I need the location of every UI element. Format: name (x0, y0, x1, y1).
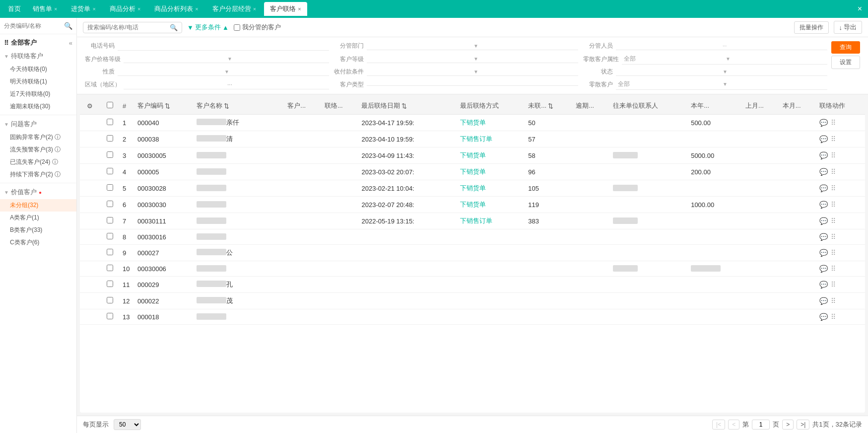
row-checkbox[interactable] (107, 184, 113, 191)
last-contact-link[interactable]: 下销货单 (460, 184, 486, 192)
sidebar-item-abnormal[interactable]: 固购异常客户(2) ⓘ (0, 131, 76, 144)
filter-retail-attr-select[interactable]: 全部 ▼ (622, 54, 827, 65)
message-icon[interactable]: 💬 (819, 313, 828, 321)
message-icon[interactable]: 💬 (819, 249, 828, 257)
cell-checkbox[interactable] (100, 147, 120, 164)
sidebar-item-class-a[interactable]: A类客户(1) (0, 212, 76, 224)
message-icon[interactable]: 💬 (819, 281, 828, 289)
sidebar-item-ungroup[interactable]: 未分组(32) (0, 199, 76, 212)
sidebar-item-tomorrow[interactable]: 明天待联络(1) (0, 75, 76, 88)
cell-checkbox[interactable] (100, 197, 120, 213)
my-customers-checkbox[interactable]: 我分管的客户 (234, 23, 281, 32)
cell-checkbox[interactable] (100, 180, 120, 197)
cell-checkbox[interactable] (100, 245, 120, 261)
grid-action-icon[interactable]: ⠿ (831, 168, 836, 176)
cell-checkbox[interactable] (100, 115, 120, 131)
sidebar-item-7days[interactable]: 近7天待联络(0) (0, 88, 76, 100)
row-checkbox[interactable] (107, 265, 113, 271)
grid-action-icon[interactable]: ⠿ (831, 217, 836, 225)
filter-payment-select[interactable]: ▼ (367, 68, 578, 76)
tab-product-analysis[interactable]: 商品分析 × (104, 2, 146, 16)
home-tab[interactable]: 首页 (4, 4, 25, 13)
grid-action-icon[interactable]: ⠿ (831, 249, 836, 257)
grid-action-icon[interactable]: ⠿ (831, 281, 836, 289)
filter-status-select[interactable]: ▼ (616, 68, 827, 76)
last-contact-link[interactable]: 下销售订单 (460, 135, 492, 143)
last-contact-link[interactable]: 下销货单 (460, 168, 486, 175)
tab-purchase[interactable]: 进货单 × (65, 2, 101, 16)
sidebar-item-overdue[interactable]: 逾期未联络(30) (0, 100, 76, 113)
filter-customer-level-select[interactable]: ▼ (367, 55, 578, 63)
grid-action-icon[interactable]: ⠿ (831, 135, 836, 143)
message-icon[interactable]: 💬 (819, 217, 828, 225)
row-checkbox[interactable] (107, 297, 113, 303)
sidebar-item-declining[interactable]: 持续下滑客户(2) ⓘ (0, 168, 76, 181)
sidebar-group-value[interactable]: ▼ 价值客户 ● (0, 185, 76, 199)
first-page-btn[interactable]: |< (712, 420, 725, 430)
message-icon[interactable]: 💬 (819, 297, 828, 305)
cell-checkbox[interactable] (100, 293, 120, 309)
close-customer-contact-tab[interactable]: × (298, 6, 301, 12)
grid-action-icon[interactable]: ⠿ (831, 151, 836, 159)
tab-customer-layer[interactable]: 客户分层经营 × (206, 2, 262, 16)
row-checkbox[interactable] (107, 168, 113, 174)
last-page-btn[interactable]: >| (797, 420, 809, 430)
sidebar-item-class-b[interactable]: B类客户(33) (0, 224, 76, 236)
row-checkbox[interactable] (107, 151, 113, 158)
col-last-date[interactable]: 最后联络日期⇅ (358, 97, 457, 115)
grid-action-icon[interactable]: ⠿ (831, 201, 836, 209)
tab-sales[interactable]: 销售单 × (27, 2, 63, 16)
row-checkbox[interactable] (107, 249, 113, 255)
close-sales-tab[interactable]: × (54, 6, 57, 12)
sidebar-item-churned[interactable]: 已流失客户(24) ⓘ (0, 156, 76, 168)
grid-action-icon[interactable]: ⠿ (831, 297, 836, 305)
row-checkbox[interactable] (107, 201, 113, 207)
grid-action-icon[interactable]: ⠿ (831, 233, 836, 241)
row-checkbox[interactable] (107, 217, 113, 223)
dots-icon[interactable]: ··· (225, 81, 327, 88)
row-checkbox[interactable] (107, 119, 113, 125)
next-page-btn[interactable]: > (782, 420, 794, 430)
sidebar-item-today[interactable]: 今天待联络(0) (0, 63, 76, 75)
last-contact-link[interactable]: 下销货单 (460, 201, 486, 208)
cell-checkbox[interactable] (100, 277, 120, 293)
query-btn[interactable]: 查询 (831, 41, 860, 54)
sidebar-item-churn-warning[interactable]: 流失预警客户(3) ⓘ (0, 144, 76, 156)
sidebar-group-pending[interactable]: ▼ 待联络客户 (0, 49, 76, 63)
grid-action-icon[interactable]: ⠿ (831, 265, 836, 273)
message-icon[interactable]: 💬 (819, 168, 828, 176)
message-icon[interactable]: 💬 (819, 201, 828, 209)
batch-operation-btn[interactable]: 批量操作 (794, 21, 829, 34)
cell-checkbox[interactable] (100, 229, 120, 245)
my-customers-check[interactable] (234, 24, 240, 31)
prev-page-btn[interactable]: < (728, 420, 739, 430)
row-checkbox[interactable] (107, 313, 113, 319)
close-purchase-tab[interactable]: × (92, 6, 95, 12)
page-input[interactable] (752, 420, 770, 430)
filter-retail-customer-select[interactable]: 全部 ▼ (616, 79, 827, 90)
tab-customer-contact[interactable]: 客户联络 × (264, 2, 307, 16)
grid-action-icon[interactable]: ⠿ (831, 184, 836, 192)
close-product-analysis-tab[interactable]: × (137, 6, 140, 12)
filter-phone-input[interactable] (118, 41, 329, 51)
per-page-select[interactable]: 50 100 200 (114, 419, 141, 430)
row-checkbox[interactable] (107, 281, 113, 287)
filter-customer-type-select[interactable] (367, 83, 578, 86)
message-icon[interactable]: 💬 (819, 151, 828, 159)
cell-checkbox[interactable] (100, 213, 120, 229)
sidebar-group-problem[interactable]: ▼ 问题客户 (0, 117, 76, 131)
export-btn[interactable]: ↓ 导出 (834, 21, 863, 34)
filter-region-select[interactable]: ··· (124, 80, 329, 89)
last-contact-link[interactable]: 下销货单 (460, 151, 486, 159)
cell-checkbox[interactable] (100, 131, 120, 147)
message-icon[interactable]: 💬 (819, 265, 828, 273)
select-all-checkbox[interactable] (107, 102, 113, 108)
message-icon[interactable]: 💬 (819, 233, 828, 241)
col-gear[interactable]: ⚙ (80, 97, 100, 115)
close-product-list-tab[interactable]: × (195, 6, 198, 12)
message-icon[interactable]: 💬 (819, 135, 828, 143)
filter-dept-select[interactable]: ▼ (367, 42, 578, 50)
message-icon[interactable]: 💬 (819, 119, 828, 127)
col-name[interactable]: 客户名称⇅ (194, 97, 284, 115)
tab-product-list[interactable]: 商品分析列表 × (148, 2, 204, 16)
